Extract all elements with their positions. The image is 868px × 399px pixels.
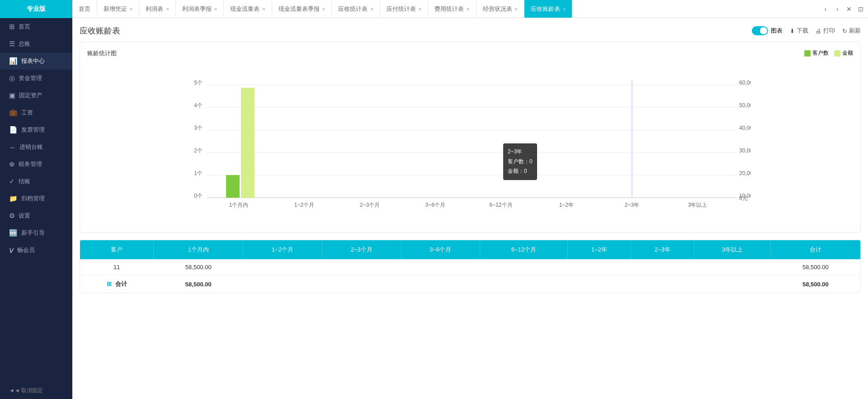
tab-ar-stat[interactable]: 应收统计表 × bbox=[332, 0, 380, 18]
cell-y2-3 bbox=[631, 259, 694, 276]
cell-m1: 58,500.00 bbox=[154, 259, 243, 276]
col-y1-2: 1~2年 bbox=[568, 240, 631, 259]
close-tab-ar-stat[interactable]: × bbox=[370, 6, 373, 12]
svg-text:50,000.00元: 50,000.00元 bbox=[739, 102, 750, 109]
close-tab-profit[interactable]: × bbox=[166, 6, 169, 12]
sidebar-label-ledger: 总账 bbox=[19, 40, 30, 48]
close-tab-cashflow-q[interactable]: × bbox=[322, 6, 325, 12]
sidebar-item-guide[interactable]: 🆕 新手引导 bbox=[0, 224, 72, 242]
sidebar-pin-toggle[interactable]: ◄◄ 取消固定 bbox=[0, 382, 72, 399]
table-row: 11 58,500.00 58,500.00 bbox=[80, 259, 860, 276]
download-button[interactable]: ⬇ 下载 bbox=[790, 27, 808, 35]
sidebar-item-settings[interactable]: ⚙ 设置 bbox=[0, 207, 72, 224]
close-tab-biz-status[interactable]: × bbox=[515, 6, 518, 12]
sidebar: 专业版 ⊞ 首页 ☰ 总账 📊 报表中心 ◎ 资金管理 ▣ 固定资产 💼 工资 … bbox=[0, 0, 72, 399]
sidebar-item-reports[interactable]: 📊 报表中心 bbox=[0, 52, 72, 70]
sidebar-item-ledger[interactable]: ☰ 总账 bbox=[0, 35, 72, 52]
sidebar-item-home[interactable]: ⊞ 首页 bbox=[0, 18, 72, 35]
invoices-icon: 📄 bbox=[9, 126, 18, 134]
tab-cashflow[interactable]: 现金流量表 × bbox=[224, 0, 272, 18]
tab-ap-stat[interactable]: 应付统计表 × bbox=[380, 0, 428, 18]
tab-profit-q[interactable]: 利润表季报 × bbox=[176, 0, 224, 18]
close-tab-voucher[interactable]: × bbox=[130, 6, 132, 12]
closing-icon: ✓ bbox=[9, 177, 15, 185]
svg-text:3个: 3个 bbox=[194, 125, 203, 131]
sidebar-label-funds: 资金管理 bbox=[19, 74, 42, 82]
close-tab-ap-stat[interactable]: × bbox=[419, 6, 421, 12]
tab-home[interactable]: 首页 bbox=[72, 0, 97, 18]
tab-ar-aging[interactable]: 应收账龄表 × bbox=[524, 0, 572, 18]
close-tab-profit-q[interactable]: × bbox=[214, 6, 217, 12]
sidebar-item-salary[interactable]: 💼 工资 bbox=[0, 104, 72, 121]
svg-text:2~3个月: 2~3个月 bbox=[360, 202, 380, 208]
tax-icon: ⊕ bbox=[9, 160, 15, 168]
sidebar-item-invoices[interactable]: 📄 发票管理 bbox=[0, 121, 72, 138]
tab-bar-inner: 首页 新增凭证 × 利润表 × 利润表季报 × 现金流量表 × 现金流量表季报 … bbox=[72, 0, 818, 18]
col-y3plus: 3年以上 bbox=[694, 240, 771, 259]
svg-text:3~6个月: 3~6个月 bbox=[425, 202, 445, 208]
chart-toggle-area: 图表 bbox=[752, 26, 783, 35]
salary-icon: 💼 bbox=[9, 109, 18, 117]
cell-m1-2 bbox=[243, 259, 322, 276]
tab-cashflow-q[interactable]: 现金流量表季报 × bbox=[272, 0, 332, 18]
main-area: 首页 新增凭证 × 利润表 × 利润表季报 × 现金流量表 × 现金流量表季报 … bbox=[72, 0, 868, 399]
table-section: 客户 1个月内 1~2个月 2~3个月 3~6个月 6~12个月 1~2年 2~… bbox=[80, 240, 861, 293]
col-m3-6: 3~6个月 bbox=[401, 240, 480, 259]
close-tab-expense[interactable]: × bbox=[467, 6, 469, 12]
sales-icon: ↔ bbox=[9, 143, 16, 151]
svg-text:6~12个月: 6~12个月 bbox=[489, 202, 512, 208]
sidebar-item-tax[interactable]: ⊕ 税务管理 bbox=[0, 156, 72, 173]
svg-text:60,000.00元: 60,000.00元 bbox=[739, 80, 750, 86]
legend-customer-dot bbox=[804, 50, 811, 57]
sidebar-item-sales[interactable]: ↔ 进销台账 bbox=[0, 138, 72, 156]
tab-close-all-button[interactable]: ✕ bbox=[844, 4, 854, 14]
page-title: 应收账龄表 bbox=[80, 25, 120, 36]
cell-total-m1-2 bbox=[243, 276, 322, 293]
tab-bar: 首页 新增凭证 × 利润表 × 利润表季报 × 现金流量表 × 现金流量表季报 … bbox=[72, 0, 868, 18]
col-y2-3: 2~3年 bbox=[631, 240, 694, 259]
tab-prev-button[interactable]: ‹ bbox=[820, 4, 831, 14]
ledger-icon: ☰ bbox=[9, 40, 15, 48]
tab-biz-status[interactable]: 经营状况表 × bbox=[476, 0, 524, 18]
sidebar-label-sales: 进销台账 bbox=[19, 143, 43, 151]
page-content: 应收账龄表 图表 ⬇ 下载 🖨 打印 ↻ bbox=[72, 18, 868, 399]
refresh-icon: ↻ bbox=[842, 28, 847, 34]
tab-expense[interactable]: 费用统计表 × bbox=[428, 0, 476, 18]
tab-voucher[interactable]: 新增凭证 × bbox=[97, 0, 139, 18]
tab-next-button[interactable]: › bbox=[832, 4, 843, 14]
tab-profit[interactable]: 利润表 × bbox=[139, 0, 175, 18]
tab-expand-button[interactable]: ⊡ bbox=[855, 4, 866, 14]
chart-legend: 客户数 金额 bbox=[804, 49, 853, 57]
cell-total-y1-2 bbox=[568, 276, 631, 293]
svg-text:1个月内: 1个月内 bbox=[229, 202, 249, 208]
sidebar-item-archive[interactable]: 📁 归档管理 bbox=[0, 190, 72, 207]
data-table: 客户 1个月内 1~2个月 2~3个月 3~6个月 6~12个月 1~2年 2~… bbox=[80, 240, 860, 293]
svg-text:0个: 0个 bbox=[194, 193, 203, 199]
col-m2-3: 2~3个月 bbox=[322, 240, 401, 259]
cell-total-y3plus bbox=[694, 276, 771, 293]
svg-text:1个: 1个 bbox=[194, 170, 203, 176]
close-tab-ar-aging[interactable]: × bbox=[563, 6, 566, 12]
page-area: 应收账龄表 图表 ⬇ 下载 🖨 打印 ↻ bbox=[72, 18, 868, 399]
sidebar-item-funds[interactable]: ◎ 资金管理 bbox=[0, 70, 72, 87]
cell-customer: 11 bbox=[80, 259, 154, 276]
legend-amount-label: 金额 bbox=[842, 49, 853, 57]
settings-icon: ⚙ bbox=[9, 212, 15, 220]
col-total: 合计 bbox=[771, 240, 860, 259]
close-tab-cashflow[interactable]: × bbox=[262, 6, 265, 12]
svg-text:0元: 0元 bbox=[739, 195, 748, 201]
sidebar-item-assets[interactable]: ▣ 固定资产 bbox=[0, 87, 72, 104]
sidebar-item-closing[interactable]: ✓ 结账 bbox=[0, 173, 72, 190]
sidebar-label-reports: 报表中心 bbox=[21, 57, 45, 65]
svg-text:3年以上: 3年以上 bbox=[688, 202, 708, 208]
cell-total-label: ⊞ 合计 bbox=[80, 276, 154, 293]
sidebar-item-vip[interactable]: V 畅会员 bbox=[0, 242, 72, 259]
cell-y3plus bbox=[694, 259, 771, 276]
sidebar-label-closing: 结账 bbox=[19, 177, 30, 185]
total-icon: ⊞ bbox=[107, 280, 112, 287]
chart-toggle[interactable] bbox=[752, 26, 768, 35]
page-actions: 图表 ⬇ 下载 🖨 打印 ↻ 刷新 bbox=[752, 26, 861, 35]
print-button[interactable]: 🖨 打印 bbox=[816, 27, 835, 35]
svg-text:1~2年: 1~2年 bbox=[559, 202, 574, 208]
refresh-button[interactable]: ↻ 刷新 bbox=[842, 27, 861, 35]
